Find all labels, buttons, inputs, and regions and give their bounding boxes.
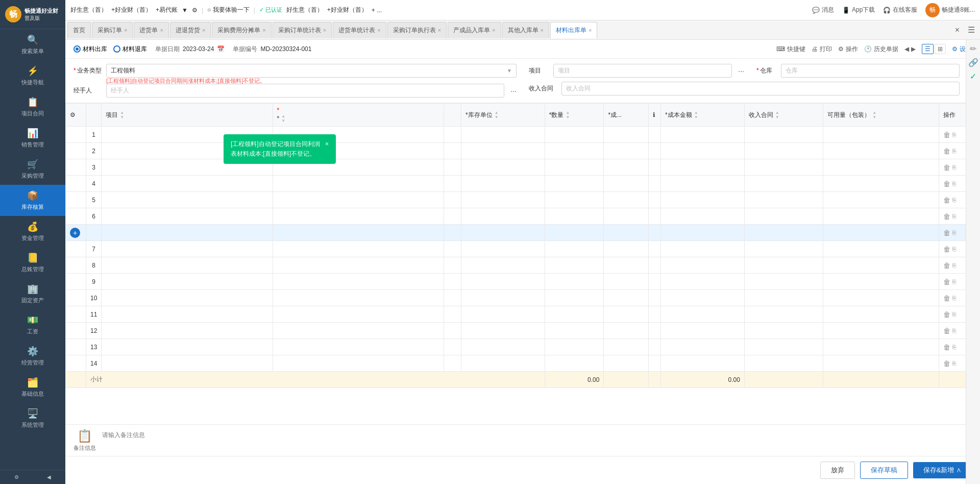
sidebar-item-inventory[interactable]: 📦 库存核算 [0, 185, 65, 216]
shortcut-key-button[interactable]: ⌨ 快捷键 [776, 45, 805, 54]
row-project-cell[interactable] [102, 257, 273, 274]
row-cost-cell[interactable] [604, 241, 649, 257]
row-spec-cell[interactable] [444, 355, 461, 372]
th-settings[interactable]: ⚙ [66, 104, 86, 127]
row-cost-amount-cell[interactable] [661, 323, 745, 339]
copy-row-button[interactable]: ⎘ [952, 311, 956, 318]
row-cost-cell[interactable] [604, 143, 649, 159]
user-profile[interactable]: 畅 畅捷通8账... [925, 3, 975, 17]
tooltip-close-icon[interactable]: × [325, 139, 329, 149]
row-spec-cell[interactable] [444, 208, 461, 225]
delete-row-button[interactable]: 🗑 [943, 327, 950, 335]
notes-input[interactable] [102, 429, 972, 447]
delete-row-button[interactable]: 🗑 [943, 343, 950, 351]
row-cost-amount-cell[interactable] [661, 159, 745, 176]
row-income-contract-cell[interactable] [744, 176, 823, 192]
tab-material-issue[interactable]: 材料出库单 × [550, 22, 597, 38]
row-cost-cell[interactable] [604, 306, 649, 323]
row-cost-amount-cell[interactable] [661, 225, 745, 241]
row-spec-cell[interactable] [444, 241, 461, 257]
row-name-cell[interactable] [273, 241, 444, 257]
row-income-contract-cell[interactable] [744, 143, 823, 159]
sidebar-item-system[interactable]: 🖥️ 系统管理 [0, 403, 65, 434]
delete-row-button[interactable]: 🗑 [943, 163, 950, 172]
warehouse-input[interactable]: 仓库 [781, 64, 960, 78]
close-all-tabs-button[interactable]: × [952, 25, 963, 36]
row-cost-amount-cell[interactable] [661, 339, 745, 355]
topbar-haoshengyi2[interactable]: 好生意（首） [286, 6, 323, 14]
tab-receipt-stats[interactable]: 进货单统计表 × [333, 22, 386, 38]
row-qty-cell[interactable] [545, 127, 604, 143]
row-cost-amount-cell[interactable] [661, 143, 745, 159]
delete-row-button[interactable]: 🗑 [943, 359, 950, 368]
row-name-input[interactable] [277, 227, 439, 238]
row-name-cell[interactable] [273, 225, 444, 241]
copy-row-button[interactable]: ⎘ [952, 229, 956, 236]
row-unit-cell[interactable] [461, 355, 545, 372]
row-project-cell[interactable] [102, 290, 273, 306]
row-available-qty-cell[interactable] [823, 355, 939, 372]
row-name-cell[interactable] [273, 257, 444, 274]
tab-close-icon[interactable]: × [202, 27, 205, 33]
topbar-settings-icon[interactable]: ⚙ [192, 7, 198, 14]
row-cost-amount-cell[interactable] [661, 241, 745, 257]
delete-row-button[interactable]: 🗑 [943, 278, 950, 286]
th-available-qty[interactable]: 可用量（包装）▲▼ [823, 104, 939, 127]
row-income-contract-cell[interactable] [744, 127, 823, 143]
row-available-qty-cell[interactable] [823, 257, 939, 274]
row-spec-cell[interactable] [444, 274, 461, 290]
row-income-contract-cell[interactable] [744, 192, 823, 208]
row-cost-cell[interactable] [604, 339, 649, 355]
tab-purchase-receipt[interactable]: 进货单 × [134, 22, 168, 38]
row-qty-cell[interactable] [545, 274, 604, 290]
row-cost-amount-cell[interactable] [661, 306, 745, 323]
history-button[interactable]: 🕐 历史单据 [864, 45, 898, 54]
th-cost-amount[interactable]: *成本金额▲▼ [661, 104, 745, 127]
delete-row-button[interactable]: 🗑 [943, 180, 950, 188]
next-icon[interactable]: ▶ [911, 45, 916, 53]
row-project-cell[interactable] [102, 225, 273, 241]
row-unit-cell[interactable] [461, 257, 545, 274]
row-cost-cell[interactable] [604, 159, 649, 176]
row-available-qty-cell[interactable] [823, 323, 939, 339]
sidebar-item-operations[interactable]: ⚙️ 经营管理 [0, 341, 65, 372]
row-cost-cell[interactable] [604, 192, 649, 208]
row-income-contract-cell[interactable] [744, 339, 823, 355]
row-income-contract-cell[interactable] [744, 159, 823, 176]
row-unit-cell[interactable] [461, 225, 545, 241]
copy-row-button[interactable]: ⎘ [952, 180, 956, 187]
row-income-contract-cell[interactable] [744, 306, 823, 323]
row-cost-cell[interactable] [604, 208, 649, 225]
row-available-qty-cell[interactable] [823, 225, 939, 241]
copy-row-button[interactable]: ⎘ [952, 213, 956, 220]
copy-row-button[interactable]: ⎘ [952, 164, 956, 171]
tab-finished-goods[interactable]: 产成品入库单 × [448, 22, 501, 38]
tab-close-icon[interactable]: × [492, 27, 495, 33]
sidebar-item-payroll[interactable]: 💵 工资 [0, 309, 65, 341]
row-qty-cell[interactable] [545, 323, 604, 339]
row-cost-amount-cell[interactable] [661, 176, 745, 192]
row-available-qty-cell[interactable] [823, 339, 939, 355]
copy-row-button[interactable]: ⎘ [952, 327, 956, 334]
project-input[interactable]: 项目 [553, 64, 732, 78]
row-cost-cell[interactable] [604, 290, 649, 306]
agent-input[interactable]: 经手人 [106, 84, 504, 98]
delete-row-button[interactable]: 🗑 [943, 131, 950, 139]
row-project-cell[interactable] [102, 208, 273, 225]
topbar-link-haoshengyi[interactable]: 好生意（首） [70, 6, 107, 14]
th-project[interactable]: 项目▲▼ [102, 104, 273, 127]
tab-purchase-return[interactable]: 进退货货 × [170, 22, 211, 38]
row-spec-cell[interactable] [444, 143, 461, 159]
delete-row-button[interactable]: 🗑 [943, 294, 950, 302]
list-view-icon[interactable]: ☰ [922, 44, 934, 54]
row-qty-cell[interactable] [545, 241, 604, 257]
sidebar-item-shortcut[interactable]: ⚡ 快捷导航 [0, 60, 65, 91]
row-name-cell[interactable] [273, 355, 444, 372]
th-cost[interactable]: *成... [604, 104, 649, 127]
row-name-cell[interactable] [273, 208, 444, 225]
row-unit-cell[interactable] [461, 176, 545, 192]
row-qty-cell[interactable] [545, 355, 604, 372]
row-available-qty-cell[interactable] [823, 290, 939, 306]
row-unit-cell[interactable] [461, 274, 545, 290]
copy-row-button[interactable]: ⎘ [952, 131, 956, 138]
